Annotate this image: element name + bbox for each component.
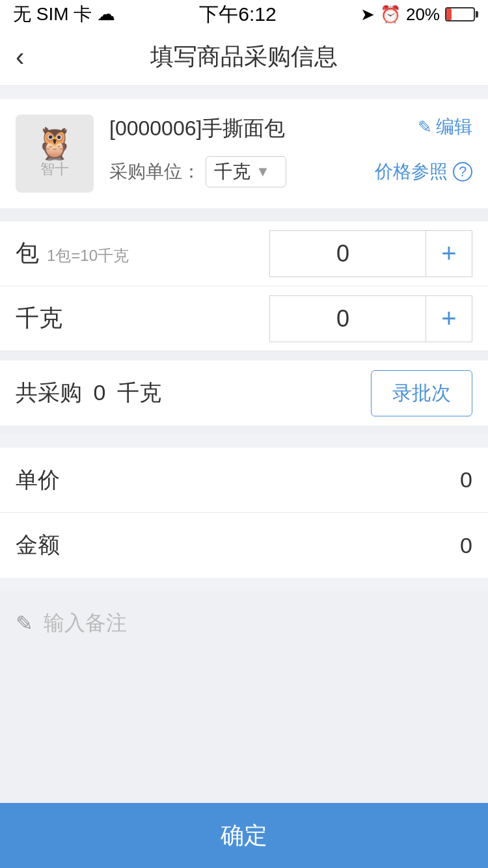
kg-main-label: 千克: [16, 303, 62, 334]
product-name: [0000006]手撕面包: [109, 115, 418, 143]
batch-button[interactable]: 录批次: [371, 370, 472, 416]
amount-value: 0: [460, 533, 472, 558]
edit-button[interactable]: ✎ 编辑: [418, 115, 472, 139]
back-button[interactable]: ‹: [16, 42, 24, 72]
bao-input-row: 包 1包=10千克 +: [0, 221, 488, 286]
kg-quantity-input[interactable]: [269, 295, 426, 342]
price-ref-label: 价格参照: [375, 159, 448, 184]
product-info: [0000006]手撕面包 ✎ 编辑 采购单位： 千克 ▼ 价格参照 ?: [109, 115, 472, 187]
notes-placeholder: 输入备注: [44, 609, 127, 638]
battery-percent: 20%: [406, 5, 440, 25]
summary-top-divider: [0, 351, 488, 360]
summary-text: 共采购 0 千克: [16, 378, 161, 408]
summary-bottom-divider: [0, 426, 488, 435]
price-ref-button[interactable]: 价格参照 ?: [375, 159, 472, 184]
bao-sub-label: 1包=10千克: [47, 245, 129, 266]
sim-label: 无 SIM 卡 ☁: [13, 2, 115, 27]
summary-row: 共采购 0 千克 录批次: [0, 360, 488, 426]
status-right: ➤ ⏰ 20%: [360, 5, 475, 25]
kg-input-controls: +: [146, 295, 472, 342]
notes-section[interactable]: ✎ 输入备注: [0, 591, 488, 656]
input-section: 包 1包=10千克 + 千克 +: [0, 221, 488, 351]
summary-section: 共采购 0 千克 录批次: [0, 351, 488, 435]
bao-label-group: 包 1包=10千克: [16, 237, 146, 269]
bao-quantity-input[interactable]: [269, 230, 426, 277]
help-icon: ?: [453, 162, 472, 182]
product-card: 🦉 智十 [0000006]手撕面包 ✎ 编辑 采购单位： 千克 ▼: [0, 99, 488, 208]
summary-prefix: 共采购: [16, 380, 82, 405]
unit-price-value: 0: [460, 467, 472, 493]
bao-plus-button[interactable]: +: [426, 230, 472, 277]
amount-label: 金额: [16, 530, 60, 560]
price-section: 单价 0 金额 0: [0, 448, 488, 578]
status-left: 无 SIM 卡 ☁: [13, 2, 115, 27]
status-time: 下午6:12: [199, 1, 276, 28]
unit-select[interactable]: 千克 ▼: [206, 156, 286, 187]
chevron-down-icon: ▼: [256, 163, 270, 180]
summary-unit: 千克: [117, 380, 161, 405]
confirm-button[interactable]: 确定: [0, 803, 488, 868]
status-bar: 无 SIM 卡 ☁ 下午6:12 ➤ ⏰ 20%: [0, 0, 488, 29]
kg-plus-button[interactable]: +: [426, 295, 472, 342]
edit-icon: ✎: [418, 117, 432, 137]
amount-row: 金额 0: [0, 513, 488, 578]
edit-label: 编辑: [436, 115, 472, 139]
unit-price-label: 单价: [16, 465, 60, 495]
product-icon: 🦉: [35, 128, 74, 159]
confirm-button-label: 确定: [221, 820, 267, 852]
kg-label-group: 千克: [16, 303, 146, 334]
kg-input-row: 千克 +: [0, 286, 488, 351]
summary-amount: 0: [93, 380, 105, 405]
unit-value: 千克: [214, 159, 251, 184]
bao-main-label: 包: [16, 237, 39, 269]
nav-bar: ‹ 填写商品采购信息: [0, 29, 488, 86]
product-unit-row: 采购单位： 千克 ▼ 价格参照 ?: [109, 156, 472, 187]
page-title: 填写商品采购信息: [150, 41, 338, 73]
alarm-icon: ⏰: [380, 5, 401, 25]
product-header: [0000006]手撕面包 ✎ 编辑: [109, 115, 472, 143]
product-image: 🦉 智十: [16, 115, 94, 193]
section-divider-1: [0, 208, 488, 221]
bao-input-controls: +: [146, 230, 472, 277]
unit-price-row: 单价 0: [0, 448, 488, 513]
product-icon-label: 智十: [35, 159, 74, 179]
location-icon: ➤: [360, 5, 375, 25]
unit-label: 采购单位：: [109, 159, 200, 184]
pencil-icon: ✎: [16, 611, 33, 636]
battery-icon: [445, 7, 475, 21]
